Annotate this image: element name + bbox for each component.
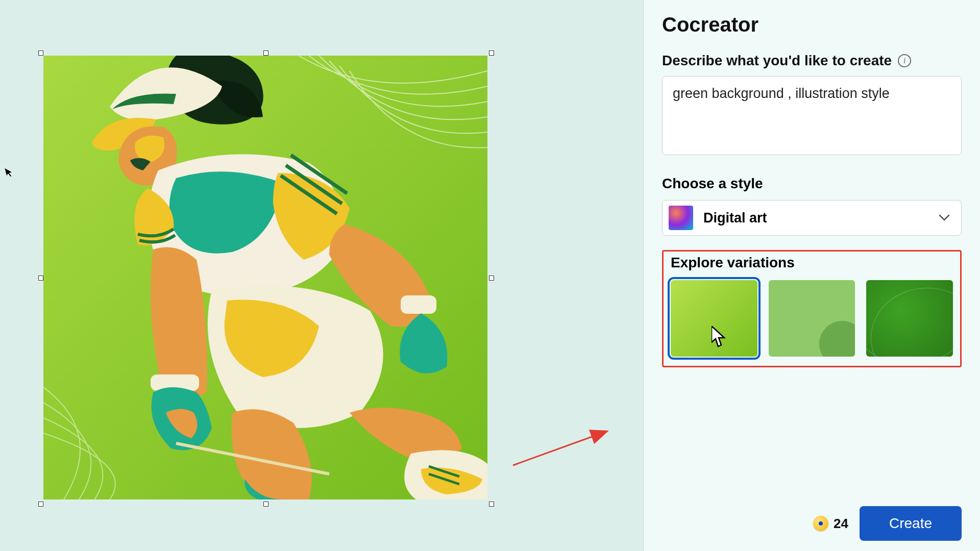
selection-handle[interactable] bbox=[263, 502, 268, 507]
prompt-label: Describe what you'd like to create bbox=[662, 53, 892, 69]
canvas-area[interactable] bbox=[0, 0, 643, 551]
selection-handle[interactable] bbox=[489, 276, 494, 281]
cursor-icon bbox=[712, 326, 728, 347]
style-select[interactable]: Digital art bbox=[662, 200, 962, 236]
svg-line-4 bbox=[513, 431, 607, 465]
panel-title: Cocreator bbox=[662, 13, 962, 36]
selection-handle[interactable] bbox=[38, 51, 43, 56]
variations-section: Explore variations bbox=[662, 250, 962, 367]
variations-label: Explore variations bbox=[671, 255, 953, 271]
credits-display: 24 bbox=[813, 516, 848, 532]
annotation-arrow-icon bbox=[510, 427, 612, 468]
selection-handle[interactable] bbox=[38, 276, 43, 281]
style-thumbnail bbox=[669, 206, 693, 230]
prompt-input[interactable] bbox=[662, 76, 962, 155]
style-value: Digital art bbox=[703, 210, 928, 226]
selection-handle[interactable] bbox=[489, 51, 494, 56]
variation-thumb-2[interactable] bbox=[769, 280, 855, 357]
credits-value: 24 bbox=[834, 516, 848, 532]
variation-thumb-1[interactable] bbox=[671, 280, 757, 357]
coin-icon bbox=[813, 516, 828, 531]
selection-handle[interactable] bbox=[263, 51, 268, 56]
chevron-down-icon bbox=[939, 214, 950, 221]
create-button[interactable]: Create bbox=[860, 506, 962, 541]
info-icon[interactable]: i bbox=[898, 54, 911, 67]
style-label: Choose a style bbox=[662, 176, 962, 192]
selection-handle[interactable] bbox=[489, 502, 494, 507]
cursor-icon bbox=[4, 165, 15, 178]
selection-handle[interactable] bbox=[38, 502, 43, 507]
variation-thumb-3[interactable] bbox=[866, 280, 953, 357]
athlete-illustration bbox=[43, 56, 487, 499]
svg-rect-2 bbox=[401, 295, 436, 314]
generated-image[interactable] bbox=[43, 56, 487, 499]
cocreator-panel: Cocreator Describe what you'd like to cr… bbox=[643, 0, 980, 551]
